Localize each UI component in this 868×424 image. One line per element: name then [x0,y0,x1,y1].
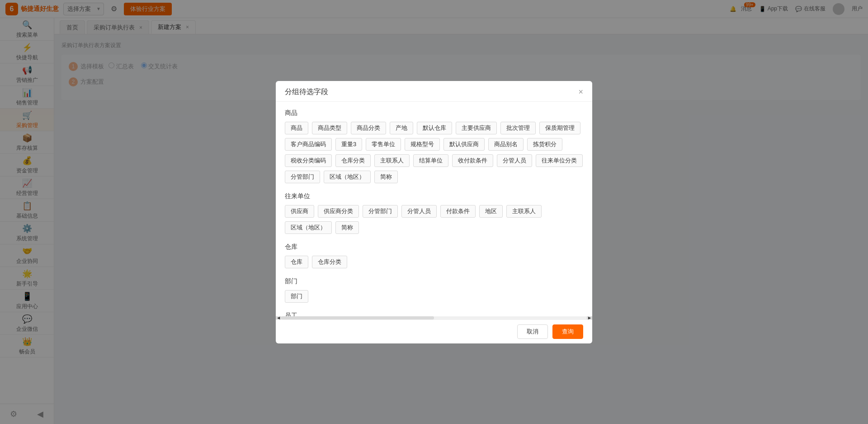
field-tag-warehouse[interactable]: 仓库 [285,256,308,268]
field-tag-manager[interactable]: 分管人员 [497,154,532,167]
field-tag-main-contact[interactable]: 主联系人 [374,154,410,167]
section-dept-title: 部门 [285,277,583,286]
field-tag-region-goods[interactable]: 区域（地区） [324,171,371,183]
field-tag-customer-code[interactable]: 客户商品编码 [285,138,332,151]
section-counterpart: 往来单位 供应商 供应商分类 分管部门 分管人员 付款条件 地区 主联系人 区域… [285,192,583,234]
section-goods-title: 商品 [285,109,583,117]
modal-footer: 取消 查询 [276,319,592,343]
field-tag-goods-category[interactable]: 商品分类 [351,122,386,134]
field-tag-settlement-unit[interactable]: 结算单位 [413,154,448,167]
field-tag-region2-counterpart[interactable]: 区域（地区） [285,221,332,234]
field-tag-goods-type[interactable]: 商品类型 [312,122,347,134]
field-tag-origin[interactable]: 产地 [390,122,413,134]
field-tag-batch-mgmt[interactable]: 批次管理 [500,122,536,134]
section-warehouse: 仓库 仓库 仓库分类 [285,243,583,268]
counterpart-fields: 供应商 供应商分类 分管部门 分管人员 付款条件 地区 主联系人 区域（地区） … [285,205,583,234]
section-warehouse-title: 仓库 [285,243,583,251]
field-tag-goods-alias[interactable]: 商品别名 [488,138,524,151]
section-employee-title: 员工 [285,312,583,316]
scroll-track [281,316,587,319]
section-employee: 员工 业务员 [285,312,583,316]
field-tag-warehouse-category[interactable]: 仓库分类 [335,154,371,167]
field-tag-abbr-goods[interactable]: 简称 [374,171,398,183]
field-tag-abbr-counterpart[interactable]: 简称 [335,221,359,234]
field-tag-default-supplier[interactable]: 默认供应商 [443,138,485,151]
scroll-left-btn[interactable]: ◀ [276,316,281,319]
field-tag-warehouse-class[interactable]: 仓库分类 [312,256,347,268]
field-tag-payment-condition[interactable]: 付款条件 [440,205,476,218]
horizontal-scrollbar[interactable]: ◀ ▶ [276,316,592,319]
field-tag-retail-unit[interactable]: 零售单位 [366,138,401,151]
field-tag-pick-points[interactable]: 拣货积分 [527,138,562,151]
scroll-right-btn[interactable]: ▶ [587,316,592,319]
field-tag-spec-model[interactable]: 规格型号 [405,138,440,151]
confirm-button[interactable]: 查询 [552,324,583,339]
modal-overlay[interactable]: 分组待选字段 × 商品 商品 商品类型 商品分类 产地 默认仓库 主要供应商 批… [0,0,868,424]
modal-body: 商品 商品 商品类型 商品分类 产地 默认仓库 主要供应商 批次管理 保质期管理… [276,102,592,316]
field-tag-dept-charge[interactable]: 分管部门 [285,171,320,183]
field-tag-main-contact-counterpart[interactable]: 主联系人 [506,205,542,218]
field-tag-goods[interactable]: 商品 [285,122,308,134]
field-tag-supplier-category[interactable]: 供应商分类 [318,205,359,218]
field-tag-supplier[interactable]: 供应商 [285,205,314,218]
section-goods: 商品 商品 商品类型 商品分类 产地 默认仓库 主要供应商 批次管理 保质期管理… [285,109,583,183]
field-tag-tax-code[interactable]: 税收分类编码 [285,154,332,167]
field-tag-dept-counterpart[interactable]: 分管部门 [363,205,398,218]
field-tag-payment-terms[interactable]: 收付款条件 [452,154,493,167]
modal-header: 分组待选字段 × [276,81,592,102]
field-tag-counterpart-category[interactable]: 往来单位分类 [536,154,583,167]
field-selector-modal: 分组待选字段 × 商品 商品 商品类型 商品分类 产地 默认仓库 主要供应商 批… [276,81,592,343]
field-tag-shelf-life[interactable]: 保质期管理 [539,122,580,134]
field-tag-weight3[interactable]: 重量3 [335,138,362,151]
scroll-thumb [281,316,434,319]
goods-fields: 商品 商品类型 商品分类 产地 默认仓库 主要供应商 批次管理 保质期管理 客户… [285,122,583,183]
modal-close-btn[interactable]: × [578,88,583,96]
section-counterpart-title: 往来单位 [285,192,583,200]
field-tag-default-warehouse[interactable]: 默认仓库 [417,122,452,134]
field-tag-region-counterpart[interactable]: 地区 [479,205,503,218]
dept-fields: 部门 [285,290,583,303]
field-tag-person-counterpart[interactable]: 分管人员 [401,205,437,218]
warehouse-fields: 仓库 仓库分类 [285,256,583,268]
field-tag-main-supplier[interactable]: 主要供应商 [456,122,497,134]
field-tag-dept[interactable]: 部门 [285,290,308,303]
section-dept: 部门 部门 [285,277,583,303]
cancel-button[interactable]: 取消 [517,324,548,339]
modal-title: 分组待选字段 [285,87,328,97]
